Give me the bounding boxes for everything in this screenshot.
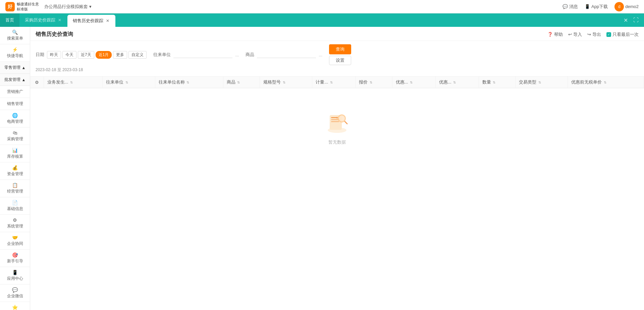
goods-dots[interactable]: ... — [319, 52, 322, 57]
info-icon: 📄 — [12, 200, 18, 205]
sidebar-item-enterprise-wechat[interactable]: 💬 企业微信 — [0, 285, 30, 302]
date-btn-today[interactable]: 今天 — [62, 51, 76, 59]
date-btn-7days[interactable]: 近7天 — [78, 51, 94, 59]
member-icon: ⭐ — [12, 305, 18, 310]
sidebar-item-new-guide[interactable]: 🎯 新手引导 — [0, 250, 30, 267]
chevron-icon: ▲ — [22, 78, 26, 82]
th-biz-date[interactable]: 业务发生... ⇅ — [44, 76, 103, 88]
sidebar-item-sales-mgmt[interactable]: 销售管理 — [0, 98, 30, 110]
th-unit[interactable]: 计量... ⇅ — [312, 76, 356, 88]
th-quantity[interactable]: 数量 ⇅ — [479, 76, 515, 88]
sort-arrows: ⇅ — [186, 81, 189, 84]
message-button[interactable]: 💬 消息 — [562, 4, 578, 10]
sidebar-item-finance[interactable]: 💰 资金管理 — [0, 162, 30, 180]
th-trade-type[interactable]: 交易类型 ⇅ — [516, 76, 568, 88]
goods-input[interactable] — [257, 51, 316, 58]
import-button[interactable]: ↩ 导入 — [568, 32, 582, 38]
date-btn-1month[interactable]: 近1月 — [96, 51, 112, 59]
goods-label: 商品 — [246, 52, 254, 58]
action-buttons: 查询 设置 — [329, 44, 351, 65]
tab-purchase-history[interactable]: 采购历史价跟踪 ✕ — [19, 13, 67, 27]
partner-dots[interactable]: ... — [235, 52, 239, 57]
th-spec[interactable]: 规格型号 ⇅ — [260, 76, 312, 88]
lightning-icon: ⚡ — [12, 47, 18, 52]
th-settings[interactable]: ⚙ — [30, 76, 44, 88]
filter-section: 日期 昨天 今天 近7天 近1月 更多 自定义 往来单位 — [36, 44, 351, 73]
close-all-tabs-button[interactable]: ✕ — [622, 16, 629, 24]
avatar: d — [614, 2, 624, 11]
sort-arrows: ⇅ — [70, 81, 73, 84]
sort-arrows: ⇅ — [604, 81, 606, 84]
export-icon: ↪ — [587, 32, 591, 37]
logo-area: 好 畅捷通好生意 标准版 — [5, 2, 39, 11]
sidebar-item-inventory[interactable]: 📊 库存核算 — [0, 145, 30, 162]
sidebar-item-app-center[interactable]: 📱 应用中心 — [0, 267, 30, 285]
guide-icon: 🎯 — [12, 252, 18, 258]
date-btn-more[interactable]: 更多 — [113, 51, 127, 59]
finance-icon: 💰 — [12, 165, 18, 170]
th-discount2[interactable]: 优惠... ⇅ — [435, 76, 479, 88]
svg-rect-4 — [331, 121, 339, 122]
sidebar-item-marketing[interactable]: 营销推广 — [0, 86, 30, 98]
sidebar-item-operations[interactable]: 📋 经营管理 — [0, 180, 30, 197]
th-goods[interactable]: 商品 ⇅ — [223, 76, 260, 88]
svg-point-6 — [339, 115, 345, 121]
date-btn-custom[interactable]: 自定义 — [128, 51, 147, 59]
svg-line-7 — [345, 121, 347, 124]
sort-arrows: ⇅ — [453, 81, 456, 84]
content-area: 销售历史价查询 ❓ 帮助 ↩ 导入 ↪ 导出 — [30, 27, 644, 310]
app-icon: 📱 — [585, 4, 590, 9]
sidebar-item-system[interactable]: ⚙ 系统管理 — [0, 215, 30, 232]
th-pretax-price[interactable]: 优惠前无税单价 ⇅ — [568, 76, 644, 88]
help-icon: ❓ — [547, 32, 553, 37]
tab-sales-history[interactable]: 销售历史价跟踪 ✕ — [67, 15, 115, 27]
sidebar-item-basic-info[interactable]: 📄 基础信息 — [0, 197, 30, 215]
logo-icon: 好 — [5, 2, 15, 11]
tab-close-sales[interactable]: ✕ — [105, 18, 110, 24]
export-button[interactable]: ↪ 导出 — [587, 32, 601, 38]
top-header: 好 畅捷通好生意 标准版 办公用品行业模拟账套 ▾ 💬 消息 📱 App下载 d… — [0, 0, 644, 13]
partner-filter-group: 往来单位 ... — [153, 51, 239, 58]
date-btn-yesterday[interactable]: 昨天 — [47, 51, 61, 59]
tab-close-purchase[interactable]: ✕ — [57, 17, 62, 23]
page-title: 销售历史价查询 — [36, 31, 73, 38]
sort-arrows: ⇅ — [283, 81, 285, 84]
th-discount1[interactable]: 优惠... ⇅ — [392, 76, 435, 88]
main-layout: 🔍 搜索菜单 ⚡ 快捷导航 零售管理 ▲ 批发管理 ▲ 营销推广 销售管理 🌐 … — [0, 27, 644, 310]
sidebar-item-ecommerce[interactable]: 🌐 电商管理 — [0, 110, 30, 127]
sidebar-item-purchase[interactable]: 🛍 采购管理 — [0, 127, 30, 145]
maximize-button[interactable]: ⛶ — [632, 16, 640, 24]
svg-point-8 — [336, 117, 338, 119]
tab-home[interactable]: 首页 — [0, 13, 19, 27]
app-center-icon: 📱 — [12, 270, 18, 275]
sidebar-item-retail[interactable]: 零售管理 ▲ — [0, 62, 30, 74]
message-icon: 💬 — [562, 4, 568, 9]
settings-button[interactable]: 设置 — [329, 56, 351, 65]
sidebar: 🔍 搜索菜单 ⚡ 快捷导航 零售管理 ▲ 批发管理 ▲ 营销推广 销售管理 🌐 … — [0, 27, 30, 310]
sort-arrows: ⇅ — [237, 81, 240, 84]
th-price[interactable]: 报价 ⇅ — [356, 76, 392, 88]
table-container: ⚙ 业务发生... ⇅ 往来单位 ⇅ 往来单位名称 — [30, 76, 644, 310]
sidebar-item-quick-nav[interactable]: ⚡ 快捷导航 — [0, 44, 30, 62]
partner-input[interactable] — [173, 51, 232, 58]
app-selector[interactable]: 办公用品行业模拟账套 ▾ — [42, 2, 94, 11]
help-button[interactable]: ❓ 帮助 — [547, 32, 563, 38]
sort-arrows: ⇅ — [410, 81, 413, 84]
sidebar-item-member[interactable]: ⭐ 畅会员 — [0, 302, 30, 310]
sidebar-item-wholesale[interactable]: 批发管理 ▲ — [0, 74, 30, 86]
query-button[interactable]: 查询 — [329, 44, 351, 54]
only-last-checkbox[interactable]: 只看最后一次 — [606, 32, 639, 38]
th-partner-name[interactable]: 往来单位名称 ⇅ — [155, 76, 223, 88]
user-menu[interactable]: d demo2 — [614, 2, 639, 11]
sidebar-item-search-menu[interactable]: 🔍 搜索菜单 — [0, 27, 30, 44]
app-download-button[interactable]: 📱 App下载 — [585, 4, 608, 10]
th-partner-code[interactable]: 往来单位 ⇅ — [103, 76, 155, 88]
import-icon: ↩ — [568, 32, 572, 37]
page-header-actions: ❓ 帮助 ↩ 导入 ↪ 导出 只看最后一次 — [547, 32, 639, 38]
sort-arrows: ⇅ — [493, 81, 495, 84]
filter-row-2: 2023-02-18 至 2023-03-18 — [36, 67, 351, 73]
goods-filter-group: 商品 ... — [246, 51, 322, 58]
sidebar-item-enterprise-collab[interactable]: 🤝 企业协同 — [0, 232, 30, 250]
page-header: 销售历史价查询 ❓ 帮助 ↩ 导入 ↪ 导出 — [30, 27, 644, 41]
collab-icon: 🤝 — [12, 235, 18, 240]
